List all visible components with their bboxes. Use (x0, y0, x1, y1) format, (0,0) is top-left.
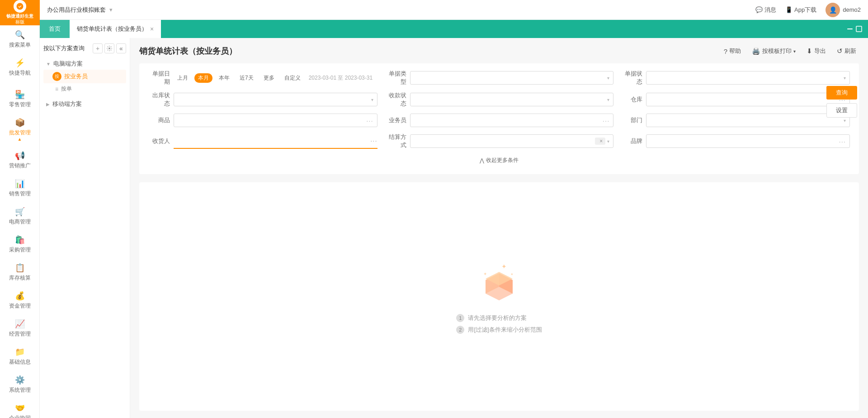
filter-field-outstatus: 出库状态 ▾ (148, 91, 377, 108)
filter-field-receiver: 收货人 ··· (148, 133, 377, 149)
filter-field-brand: 品牌 ··· (621, 134, 850, 148)
warehouse-input: ··· (646, 93, 850, 106)
settlement-input: × ▾ (410, 134, 614, 148)
svg-rect-2 (856, 26, 862, 32)
settlement-select[interactable]: × ▾ (410, 134, 614, 148)
date-tab-thisyear[interactable]: 本年 (215, 73, 233, 83)
sidebar-item-search[interactable]: 🔍 搜索菜单 (0, 25, 40, 53)
query-button[interactable]: 查询 (826, 86, 857, 100)
sidebar-item-wholesale[interactable]: 📦 批发管理 ▲ (0, 113, 40, 146)
operations-icon: 📈 (15, 319, 25, 329)
dept-select[interactable]: ▾ (646, 114, 850, 127)
scheme-group-desktop-title[interactable]: ▼ 电脑端方案 (43, 58, 126, 70)
warehouse-select[interactable]: ··· (646, 93, 850, 106)
sidebar-item-basic[interactable]: 📁 基础信息 (0, 342, 40, 370)
tab-minimize-btn[interactable] (846, 25, 854, 33)
svg-point-3 (108, 48, 110, 49)
sidebar: 畅捷通好生意 标版 🔍 搜索菜单 ⚡ 快捷导航 🏪 零售管理 📦 批发管理 ▲ … (0, 0, 40, 418)
filter-field-warehouse: 仓库 ··· (621, 91, 850, 108)
content-area: 按以下方案查询 + « ▼ 电脑端方案 (40, 38, 868, 418)
dropdown-arrow-industry[interactable]: ▾ (109, 6, 113, 13)
print-btn[interactable]: 🖨️ 按模板打印 ▾ (749, 45, 798, 57)
tab-maximize-btn[interactable] (855, 25, 863, 33)
goods-select[interactable]: ··· (174, 114, 377, 127)
tab-label: 销货单统计表（按业务员） (77, 25, 147, 33)
salesperson-select[interactable]: ··· (410, 114, 614, 127)
date-tab-custom[interactable]: 自定义 (281, 73, 304, 83)
settings-button[interactable]: 设置 (826, 103, 857, 118)
outstatus-select[interactable]: ▾ (174, 93, 377, 106)
settlement-tag: × (595, 138, 605, 145)
receiver-text-input[interactable] (174, 133, 368, 147)
sidebar-item-marketing[interactable]: 📢 营销推广 (0, 146, 40, 174)
add-scheme-btn[interactable]: + (93, 43, 103, 53)
app-download-btn[interactable]: 📱 App下载 (785, 6, 816, 14)
basic-icon: 📁 (15, 347, 25, 357)
enterprise-icon: 🤝 (15, 403, 25, 413)
scheme-group-mobile-title[interactable]: ▶ 移动端方案 (43, 98, 126, 110)
empty-tips: 1 请先选择要分析的方案 2 用[过滤]条件来缩小分析范围 (456, 314, 542, 334)
sidebar-item-enterprise[interactable]: 🤝 企业协同 (0, 399, 40, 418)
scheme-sub-item-order[interactable]: ≡ 按单 (43, 83, 126, 95)
date-tab-lastmonth[interactable]: 上月 (174, 73, 192, 83)
goods-label: 商品 (148, 116, 174, 124)
help-btn[interactable]: ? 帮助 (721, 45, 744, 57)
query-buttons-panel: 查询 设置 (826, 86, 857, 118)
app-logo[interactable]: 畅捷通好生意 标版 (0, 0, 40, 25)
tab-active-report[interactable]: 销货单统计表（按业务员） × (70, 20, 161, 38)
retail-icon: 🏪 (15, 90, 25, 100)
sidebar-item-inventory[interactable]: 📋 库存核算 (0, 258, 40, 286)
date-tab-thismonth[interactable]: 本月 (194, 73, 212, 83)
svg-text:✦: ✦ (501, 263, 507, 270)
filter-field-settlement: 结算方式 × ▾ (385, 133, 614, 149)
industry-name: 办公用品行业模拟账套 (47, 6, 106, 14)
scheme-active-icon: 按 (52, 72, 61, 81)
collapse-panel-btn[interactable]: « (116, 43, 126, 53)
sidebar-item-system[interactable]: ⚙️ 系统管理 (0, 370, 40, 399)
brand-select[interactable]: ··· (646, 134, 850, 148)
sidebar-item-ecommerce[interactable]: 🛒 电商管理 (0, 202, 40, 230)
date-tab-more[interactable]: 更多 (260, 73, 278, 83)
collapse-btn[interactable]: ⋀ 收起更多条件 (474, 155, 524, 166)
docstatus-select[interactable]: ▾ (646, 71, 850, 85)
sidebar-item-sales[interactable]: 📊 销售管理 (0, 174, 40, 202)
brand-dots-icon: ··· (839, 138, 846, 145)
top-bar-right: 💬 消息 📱 App下载 👤 demo2 (755, 3, 861, 17)
scheme-item-salesperson[interactable]: 按 按业务员 (43, 70, 126, 83)
messages-btn[interactable]: 💬 消息 (755, 6, 776, 14)
tab-home[interactable]: 首页 (40, 20, 70, 38)
empty-state: ✦ ✦ ✦ 1 请先选择要分析的方案 2 用[过滤]条件来缩小分析范围 (139, 182, 859, 411)
sub-icon: ≡ (55, 86, 58, 92)
tip-text-2: 用[过滤]条件来缩小分析范围 (468, 326, 542, 334)
salesperson-input: ··· (410, 114, 614, 127)
sidebar-item-retail[interactable]: 🏪 零售管理 (0, 85, 40, 113)
collection-select[interactable]: ▾ (410, 93, 614, 106)
wholesale-icon: 📦 (15, 118, 25, 128)
left-panel-title: 按以下方案查询 (43, 44, 85, 52)
receiver-dots-icon[interactable]: ··· (370, 137, 377, 144)
date-label: 单据日期 (148, 70, 174, 86)
sidebar-item-finance[interactable]: 💰 资金管理 (0, 286, 40, 314)
salesperson-dots-icon: ··· (603, 117, 610, 124)
export-btn[interactable]: ⬇ 导出 (804, 45, 829, 57)
goods-dots-icon: ··· (366, 117, 373, 124)
finance-icon: 💰 (15, 291, 25, 301)
user-menu-btn[interactable]: 👤 demo2 (826, 3, 861, 17)
collection-input: ▾ (410, 93, 614, 106)
brand-input: ··· (646, 134, 850, 148)
doctype-select[interactable]: ▾ (410, 71, 614, 85)
tab-close-icon[interactable]: × (150, 26, 154, 32)
date-tab-7days[interactable]: 近7天 (236, 73, 257, 83)
outstatus-label: 出库状态 (148, 91, 174, 108)
refresh-btn[interactable]: ↺ 刷新 (834, 45, 859, 57)
settlement-tag-remove[interactable]: × (599, 138, 603, 144)
settings-scheme-btn[interactable] (104, 43, 114, 53)
logo-text: 畅捷通好生意 (6, 14, 33, 19)
main-content: 办公用品行业模拟账套 ▾ 💬 消息 📱 App下载 👤 demo2 首页 (40, 0, 868, 418)
collapse-row: ⋀ 收起更多条件 (148, 155, 850, 166)
sidebar-item-quicknav[interactable]: ⚡ 快捷导航 (0, 53, 40, 81)
sidebar-item-purchase[interactable]: 🛍️ 采购管理 (0, 230, 40, 258)
sidebar-item-operations[interactable]: 📈 经营管理 (0, 314, 40, 342)
page-header: 销货单统计表（按业务员） ? 帮助 🖨️ 按模板打印 ▾ ⬇ 导出 (139, 45, 859, 57)
doctype-label: 单据类型 (385, 70, 410, 86)
